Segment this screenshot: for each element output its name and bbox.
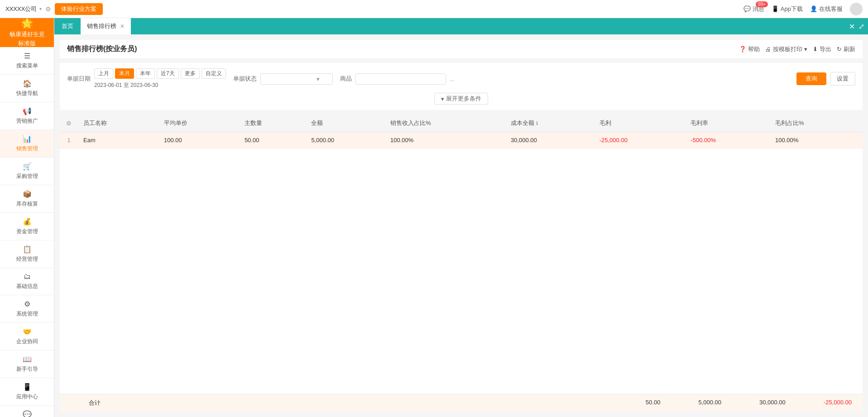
col-gross-margin: 毛利率 — [685, 115, 769, 132]
footer-label: 合计 — [83, 399, 106, 407]
trial-button[interactable]: 体验行业方案 — [55, 3, 103, 15]
expand-icon: ▾ — [441, 96, 444, 102]
print-icon: 🖨 — [765, 46, 771, 53]
query-button[interactable]: 查询 — [796, 72, 826, 85]
tab-home[interactable]: 首页 — [54, 18, 81, 34]
sidebar-item-purchase[interactable]: 🛒 采购管理 — [0, 158, 54, 185]
sidebar-item-label: 库存核算 — [16, 200, 38, 208]
settings-icon[interactable]: ⚙ — [45, 5, 51, 13]
print-button[interactable]: 🖨 按模板打印 ▾ — [765, 45, 807, 53]
footer-empty — [65, 399, 83, 407]
help-icon: ❓ — [739, 46, 746, 53]
tab-bar-right: ✕ ⤢ — [849, 22, 868, 31]
company-selector[interactable]: XXXXX公司 ▾ — [5, 5, 42, 13]
message-badge: 99+ — [756, 1, 768, 7]
col-gross-pct: 毛利占比% — [770, 115, 863, 132]
cell-sales-pct: 100.00% — [385, 132, 505, 149]
cell-main-qty: 50.00 — [239, 132, 306, 149]
date-btn-custom[interactable]: 自定义 — [201, 68, 226, 79]
cell-avg-price: 100.00 — [158, 132, 239, 149]
date-btn-last-month[interactable]: 上月 — [94, 68, 113, 79]
goods-label: 商品 — [340, 75, 352, 83]
status-filter: 单据状态 ▾ — [233, 73, 333, 85]
sidebar-item-app-center[interactable]: 📱 应用中心 — [0, 378, 54, 406]
logo-line1: 畅康通好生意 — [10, 30, 45, 38]
sidebar-item-label: 营销推广 — [16, 117, 38, 125]
sales-icon: 📊 — [23, 134, 32, 143]
goods-more-icon[interactable]: ... — [450, 76, 455, 82]
sidebar-item-quick-nav[interactable]: 🏠 快捷导航 — [0, 75, 54, 102]
footer-amount: 5,000.00 — [693, 399, 727, 407]
logo-line2: 标准版 — [18, 39, 36, 48]
date-btn-7days[interactable]: 近7天 — [157, 68, 179, 79]
refresh-button[interactable]: ↻ 刷新 — [837, 45, 855, 53]
sidebar-item-operations[interactable]: 📋 经营管理 — [0, 240, 54, 268]
footer-main-qty: 50.00 — [640, 399, 666, 407]
message-button[interactable]: 💬 消息 99+ — [743, 5, 764, 13]
window-close-icon[interactable]: ✕ — [849, 22, 855, 31]
export-button[interactable]: ⬇ 导出 — [813, 45, 831, 53]
sidebar-item-marketing[interactable]: 📢 营销推广 — [0, 102, 54, 130]
sidebar-item-wechat[interactable]: 💬 企业微信 — [0, 406, 54, 417]
filter-area: 单据日期 上月 本月 本年 近7天 更多 自定义 2023-06-01 至 20… — [60, 63, 863, 110]
online-service-button[interactable]: 👤 在线客服 — [810, 5, 843, 13]
expand-button[interactable]: ▾ 展开更多条件 — [434, 93, 488, 105]
sidebar-item-search-order[interactable]: ☰ 搜索菜单 — [0, 47, 54, 75]
sidebar-item-label: 采购管理 — [16, 173, 38, 180]
cell-gross-margin: -500.00% — [685, 132, 769, 149]
app-download-label: App下载 — [781, 5, 803, 13]
status-select[interactable]: ▾ — [260, 73, 333, 85]
cost-info-icon: ℹ — [536, 120, 538, 126]
search-menu-icon: ☰ — [24, 52, 30, 60]
date-btn-this-month[interactable]: 本月 — [115, 68, 134, 79]
app-icon: 📱 — [772, 5, 779, 12]
sidebar-item-system[interactable]: ⚙ 系统管理 — [0, 295, 54, 323]
col-amount: 全额 — [306, 115, 385, 132]
footer-gross-profit: -25,000.00 — [818, 399, 857, 407]
sidebar-item-label: 应用中心 — [16, 393, 38, 401]
sidebar-item-sales[interactable]: 📊 销售管理 — [0, 130, 54, 158]
top-bar: XXXXX公司 ▾ ⚙ 体验行业方案 💬 消息 99+ 📱 App下载 👤 在线… — [0, 0, 868, 18]
col-gear[interactable]: ⚙ — [60, 115, 78, 132]
footer-cost-amount: 30,000.00 — [754, 399, 791, 407]
avatar[interactable] — [850, 3, 863, 15]
sidebar-item-guide[interactable]: 📖 新手引导 — [0, 350, 54, 378]
page-title: 销售排行榜(按业务员) — [67, 44, 137, 54]
sidebar-item-basic-info[interactable]: 🗂 基础信息 — [0, 268, 54, 295]
col-name: 员工名称 — [78, 115, 158, 132]
service-icon: 👤 — [810, 5, 817, 12]
app-download-button[interactable]: 📱 App下载 — [772, 5, 803, 13]
cell-amount: 5,000.00 — [306, 132, 385, 149]
tab-sales-ranking[interactable]: 销售排行榜 ✕ — [81, 18, 131, 34]
filter-row: 单据日期 上月 本月 本年 近7天 更多 自定义 2023-06-01 至 20… — [67, 68, 855, 89]
sidebar-item-inventory[interactable]: 📦 库存核算 — [0, 185, 54, 213]
date-btn-this-year[interactable]: 本年 — [136, 68, 155, 79]
tab-close-icon[interactable]: ✕ — [120, 23, 125, 29]
page-header: 销售排行榜(按业务员) ❓ 帮助 🖨 按模板打印 ▾ ⬇ 导出 — [60, 40, 863, 58]
settings-button[interactable]: 设置 — [830, 72, 855, 86]
sidebar: 🌟 畅康通好生意 标准版 ☰ 搜索菜单 🏠 快捷导航 📢 营销推广 📊 销售管理… — [0, 18, 54, 417]
export-icon: ⬇ — [813, 46, 818, 53]
date-range: 2023-06-01 至 2023-06-30 — [94, 81, 226, 89]
help-button[interactable]: ❓ 帮助 — [739, 45, 760, 53]
sidebar-item-finance[interactable]: 💰 资金管理 — [0, 213, 54, 240]
date-options: 上月 本月 本年 近7天 更多 自定义 — [94, 68, 226, 79]
window-max-icon[interactable]: ⤢ — [858, 22, 864, 31]
enterprise-icon: 🤝 — [23, 327, 32, 336]
sidebar-item-label: 经营管理 — [16, 255, 38, 263]
goods-input[interactable] — [355, 73, 446, 85]
table-gear-icon[interactable]: ⚙ — [65, 120, 72, 127]
date-btn-more[interactable]: 更多 — [181, 68, 200, 79]
col-main-qty: 主数量 — [239, 115, 306, 132]
table-row: 1 Eam 100.00 50.00 5,000.00 100.00% 30,0… — [60, 132, 863, 149]
inventory-icon: 📦 — [23, 190, 32, 198]
sidebar-item-enterprise[interactable]: 🤝 企业协同 — [0, 323, 54, 350]
basic-info-icon: 🗂 — [24, 273, 31, 281]
expand-label: 展开更多条件 — [446, 95, 481, 103]
tab-label: 销售排行榜 — [87, 22, 116, 30]
sidebar-item-label: 销售管理 — [16, 145, 38, 153]
page-content: 销售排行榜(按业务员) ❓ 帮助 🖨 按模板打印 ▾ ⬇ 导出 — [54, 34, 868, 417]
table-footer: 合计 50.00 5,000.00 30,000.00 -25,000.00 — [60, 394, 863, 412]
table-container: ⚙ 员工名称 平均单价 主数量 全额 销售收入占比% 成本全额 ℹ 毛利 毛利率… — [60, 115, 863, 412]
main-layout: 🌟 畅康通好生意 标准版 ☰ 搜索菜单 🏠 快捷导航 📢 营销推广 📊 销售管理… — [0, 18, 868, 417]
